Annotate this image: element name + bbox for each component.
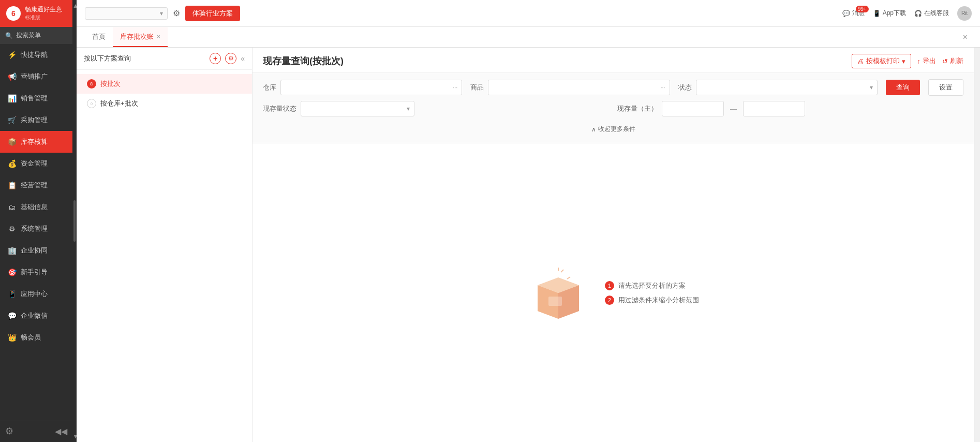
scheme-dot-inactive: ○ [87,99,96,108]
status-select[interactable]: ▾ [696,80,878,95]
tab-inventory-batch[interactable]: 库存批次账 × [113,27,168,47]
sidebar-item-enterprise[interactable]: 🏢 企业协同 [0,240,72,261]
print-btn[interactable]: 🖨 按模板打印 ▾ [852,54,911,68]
experience-btn[interactable]: 体验行业方案 [185,6,240,21]
filter-settings-btn[interactable]: 设置 [928,79,963,96]
sidebar-item-inventory[interactable]: 📦 库存核算 [0,131,72,153]
topbar-search-box[interactable]: ▾ [85,7,168,20]
stock-status-chevron-icon: ▾ [407,105,410,112]
step-1-text: 请先选择要分析的方案 [618,281,686,290]
empty-illustration [527,262,589,324]
customer-service-btn[interactable]: 🎧 在线客服 [914,9,949,18]
page-title: 现存量查询(按批次) [263,55,344,67]
avatar-text: Rit [961,10,968,16]
step-1-num: 1 [605,281,614,290]
left-panel-actions: + ⚙ « [210,53,245,64]
right-scrollbar[interactable] [974,48,980,442]
sidebar-item-quick-nav[interactable]: ⚡ 快捷导航 [0,44,72,66]
sidebar-item-newuser[interactable]: 🎯 新手引导 [0,261,72,283]
collapse-filter-btn[interactable]: ∧ 收起更多条件 [263,122,963,137]
app-title-area: 畅康通好生意 标准版 [25,6,62,21]
topbar-chevron-icon[interactable]: ▾ [160,10,163,17]
app-download-btn[interactable]: 📱 App下载 [873,9,906,18]
sidebar-item-sales[interactable]: 📊 销售管理 [0,87,72,109]
status-label: 状态 [678,83,692,92]
customer-service-label: 在线客服 [924,9,949,18]
sidebar-item-label: 采购管理 [21,115,48,125]
status-chevron-icon: ▾ [870,84,873,91]
system-icon: ⚙ [7,224,17,233]
sidebar-item-label: 营销推广 [21,72,48,81]
sidebar-item-system[interactable]: ⚙ 系统管理 [0,218,72,240]
sidebar-search[interactable]: 🔍 搜索菜单 [0,27,72,44]
print-icon: 🖨 [857,57,864,65]
warehouse-more-icon: ··· [453,84,457,91]
settings-scheme-btn[interactable]: ⚙ [225,53,236,64]
sidebar-scroll-down[interactable]: ▼ [72,432,77,441]
filter-product-group: 商品 ··· [470,80,670,95]
tab-bar-close-btn[interactable]: × [959,27,972,47]
stock-status-select[interactable]: ▾ [301,101,414,116]
refresh-btn[interactable]: ↺ 刷新 [942,56,963,66]
stock-quantity-dash: — [728,105,739,113]
warehouse-input[interactable]: ··· [280,80,462,95]
collapse-panel-btn[interactable]: « [241,54,245,63]
sidebar-scroll-up[interactable]: ▲ [72,1,77,10]
sidebar-item-purchase[interactable]: 🛒 采购管理 [0,109,72,131]
app-logo: 6 [6,6,21,21]
query-btn[interactable]: 查询 [886,80,920,95]
scheme-item-by-batch[interactable]: ⊙ 按批次 [77,74,252,94]
refresh-icon: ↺ [942,57,948,65]
stock-quantity-max-input[interactable] [743,101,805,116]
appcenter-icon: 📱 [7,289,17,299]
topbar-gear-icon[interactable]: ⚙ [173,8,180,18]
product-input[interactable]: ··· [488,80,670,95]
sidebar-collapse-btn[interactable]: ◀◀ [55,426,67,436]
collapse-filter-label: 收起更多条件 [598,125,635,134]
wechat-icon: 💬 [7,311,17,320]
sidebar-settings-btn[interactable]: ⚙ [5,425,13,437]
headset-icon: 🎧 [914,10,922,17]
sidebar-nav: ⚡ 快捷导航 📢 营销推广 📊 销售管理 🛒 采购管理 📦 库存核算 💰 资金管… [0,44,72,420]
sidebar-item-appcenter[interactable]: 📱 应用中心 [0,283,72,305]
left-panel-header: 按以下方案查询 + ⚙ « [77,48,252,70]
scheme-dot-active: ⊙ [87,79,96,89]
scheme-label-by-batch: 按批次 [100,79,121,89]
sidebar-item-basic[interactable]: 🗂 基础信息 [0,196,72,218]
step-2-num: 2 [605,296,614,305]
export-btn[interactable]: ↑ 导出 [917,56,937,66]
member-icon: 👑 [7,333,17,342]
empty-step-2: 2 用过滤条件来缩小分析范围 [605,296,699,305]
sidebar-item-finance[interactable]: 💰 资金管理 [0,153,72,174]
scheme-item-by-warehouse-batch[interactable]: ○ 按仓库+批次 [77,94,252,113]
sidebar-item-operations[interactable]: 📋 经营管理 [0,174,72,196]
add-scheme-btn[interactable]: + [210,53,221,64]
print-label: 按模板打印 [866,56,900,66]
close-icon: × [963,33,968,42]
stock-quantity-min-input[interactable] [662,101,724,116]
user-avatar[interactable]: Rit [957,6,972,21]
collapse-filter-icon: ∧ [591,126,596,133]
right-panel: 现存量查询(按批次) 🖨 按模板打印 ▾ ↑ 导出 ↺ 刷新 [253,48,974,442]
empty-step-1: 1 请先选择要分析的方案 [605,281,699,290]
content-area: 按以下方案查询 + ⚙ « ⊙ 按批次 ○ 按仓库+批次 [77,48,980,442]
tab-close-icon[interactable]: × [157,34,160,40]
sidebar-item-wechat[interactable]: 💬 企业微信 [0,305,72,327]
tab-home[interactable]: 首页 [85,27,113,47]
sidebar-item-label: 企业微信 [21,311,48,320]
topbar: ▾ ⚙ 体验行业方案 💬 消息 99+ 📱 App下载 🎧 在线客服 Rit [77,0,980,27]
inventory-icon: 📦 [7,137,17,146]
operations-icon: 📋 [7,181,17,190]
scheme-list: ⊙ 按批次 ○ 按仓库+批次 [77,70,252,442]
topbar-search-input[interactable] [90,10,158,17]
main-area: ▾ ⚙ 体验行业方案 💬 消息 99+ 📱 App下载 🎧 在线客服 Rit [77,0,980,442]
tab-bar: 首页 库存批次账 × × [77,27,980,48]
sidebar-header: 6 畅康通好生意 标准版 [0,0,72,27]
sidebar-item-marketing[interactable]: 📢 营销推广 [0,66,72,87]
search-icon: 🔍 [5,32,13,39]
sidebar-item-label: 资金管理 [21,159,48,168]
message-btn[interactable]: 💬 消息 99+ [842,9,865,18]
message-icon: 💬 [842,10,850,17]
sidebar-item-member[interactable]: 👑 畅会员 [0,327,72,348]
filter-stock-status-group: 现存量状态 ▾ [263,101,609,116]
